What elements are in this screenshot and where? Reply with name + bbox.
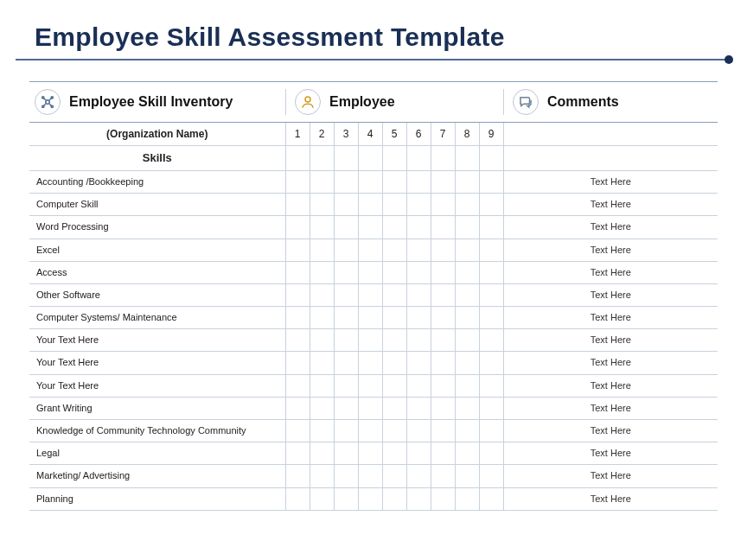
rating-cell <box>310 397 334 419</box>
rating-cell <box>479 329 503 352</box>
rating-cell <box>285 487 310 510</box>
table-row: Knowledge of Community Technology Commun… <box>29 420 718 442</box>
header-employee: Employee <box>285 89 503 115</box>
skill-cell: Your Text Here <box>29 329 285 352</box>
rating-cell <box>431 307 455 329</box>
rating-cell <box>285 352 310 374</box>
rating-cell <box>455 397 479 419</box>
rating-cell <box>406 442 431 465</box>
network-icon <box>35 89 61 115</box>
rating-cell <box>479 307 503 329</box>
rating-cell <box>431 352 455 374</box>
rating-cell <box>334 352 358 374</box>
rating-cell <box>358 194 382 216</box>
comment-cell: Text Here <box>503 487 718 510</box>
rating-cell <box>455 307 479 329</box>
rating-cell <box>406 487 431 510</box>
comment-cell: Text Here <box>503 465 718 487</box>
rating-cell <box>455 420 479 442</box>
rating-cell <box>358 329 382 352</box>
header-inventory: Employee Skill Inventory <box>29 89 285 115</box>
rating-cell <box>479 442 503 465</box>
svg-line-6 <box>49 99 51 100</box>
rating-cell <box>310 374 334 397</box>
rating-cell <box>285 194 310 216</box>
rating-cell <box>358 465 382 487</box>
rating-cell <box>285 442 310 465</box>
rating-cell <box>431 397 455 419</box>
comment-cell: Text Here <box>503 352 718 374</box>
rating-cell <box>382 283 406 306</box>
skill-cell: Word Processing <box>29 216 285 239</box>
comment-cell: Text Here <box>503 374 718 397</box>
employee-col-2: 2 <box>310 123 334 146</box>
table-row: Your Text HereText Here <box>29 329 718 352</box>
rating-cell <box>382 374 406 397</box>
comment-cell: Text Here <box>503 170 718 193</box>
table-row: LegalText Here <box>29 442 718 465</box>
rating-cell <box>334 216 358 239</box>
header-inventory-label: Employee Skill Inventory <box>69 94 233 110</box>
rating-cell <box>406 352 431 374</box>
rating-cell <box>406 239 431 261</box>
rating-cell <box>431 194 455 216</box>
rating-cell <box>382 352 406 374</box>
rating-cell <box>382 329 406 352</box>
rating-cell <box>310 283 334 306</box>
rating-cell <box>382 170 406 193</box>
rating-cell <box>431 239 455 261</box>
table-row: Computer SkillText Here <box>29 194 718 216</box>
rating-cell <box>334 239 358 261</box>
rating-cell <box>358 216 382 239</box>
rating-cell <box>455 283 479 306</box>
rating-cell <box>285 283 310 306</box>
rating-cell <box>334 194 358 216</box>
rating-cell <box>334 283 358 306</box>
rating-cell <box>406 374 431 397</box>
rating-cell <box>382 239 406 261</box>
table-row: Grant WritingText Here <box>29 397 718 419</box>
table-row: Other SoftwareText Here <box>29 283 718 306</box>
rating-cell <box>455 194 479 216</box>
rating-cell <box>358 442 382 465</box>
rating-cell <box>455 216 479 239</box>
skill-cell: Grant Writing <box>29 397 285 419</box>
svg-point-0 <box>46 100 50 105</box>
skill-cell: Accounting /Bookkeeping <box>29 170 285 193</box>
slide: Employee Skill Assessment Template Emplo… <box>0 0 747 560</box>
rating-cell <box>358 307 382 329</box>
rating-cell <box>358 239 382 261</box>
rating-cell <box>431 374 455 397</box>
rating-cell <box>334 420 358 442</box>
rating-cell <box>479 261 503 283</box>
rating-cell <box>310 329 334 352</box>
rating-cell <box>382 216 406 239</box>
rating-cell <box>382 194 406 216</box>
employee-col-7: 7 <box>431 123 455 146</box>
rating-cell <box>431 442 455 465</box>
comment-cell: Text Here <box>503 216 718 239</box>
title-rule <box>16 59 731 60</box>
rating-cell <box>455 487 479 510</box>
rating-cell <box>310 420 334 442</box>
employee-col-6: 6 <box>406 123 431 146</box>
rating-cell <box>382 307 406 329</box>
rating-cell <box>479 283 503 306</box>
rating-cell <box>334 329 358 352</box>
skills-table: (Organization Name) 1 2 3 4 5 6 7 8 9 Sk… <box>29 123 718 511</box>
skill-cell: Excel <box>29 239 285 261</box>
rating-cell <box>455 352 479 374</box>
table-row: PlanningText Here <box>29 487 718 510</box>
employee-col-4: 4 <box>358 123 382 146</box>
header-comments-label: Comments <box>547 94 619 110</box>
rating-cell <box>358 374 382 397</box>
assessment-sheet: Employee Skill Inventory Employee Com <box>29 81 718 511</box>
section-header-row: Employee Skill Inventory Employee Com <box>29 81 718 123</box>
rating-cell <box>310 216 334 239</box>
skill-cell: Other Software <box>29 283 285 306</box>
svg-line-7 <box>44 104 46 105</box>
header-comments: Comments <box>503 89 718 115</box>
comment-cell: Text Here <box>503 194 718 216</box>
rating-cell <box>334 397 358 419</box>
rating-cell <box>310 465 334 487</box>
